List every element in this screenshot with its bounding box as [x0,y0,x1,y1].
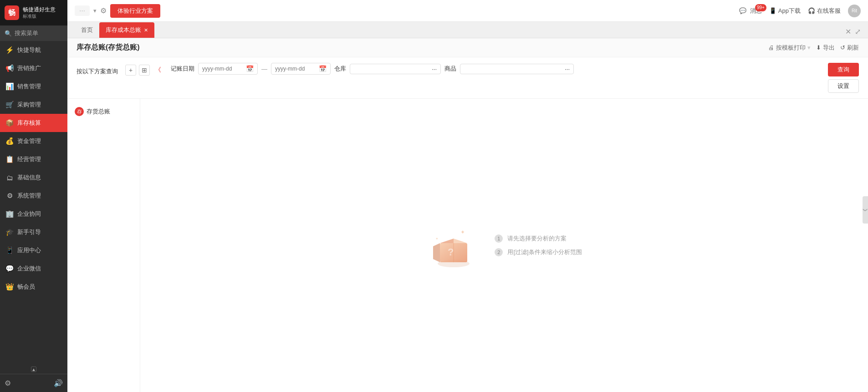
refresh-icon: ↺ [840,44,845,51]
message-button[interactable]: 💬 99+ 消息 [739,7,762,15]
newbie-icon: 🎓 [5,228,14,236]
date-end-field[interactable] [275,66,316,72]
sidebar-item-label: 企业协同 [17,210,41,218]
sidebar-item-vip[interactable]: 👑 畅会员 [0,278,67,296]
sidebar-item-quick-nav[interactable]: ⚡ 快捷导航 [0,41,67,59]
warehouse-input[interactable]: ··· [350,64,441,74]
svg-marker-3 [454,239,467,243]
sidebar-item-label: 资金管理 [17,137,41,145]
date-field-label: 记账日期 [171,65,194,73]
online-service-label: 在线客服 [817,7,841,15]
app-name: 畅捷通好生意 [23,6,56,14]
svg-marker-5 [433,243,440,262]
apps-icon: 📱 [5,246,14,255]
date-end-input[interactable]: 📅 [271,63,331,75]
warehouse-field-label: 仓库 [334,65,346,73]
sidebar-item-label: 营销推广 [17,64,41,72]
collapse-btn[interactable]: 《 [153,65,163,76]
empty-step-1: 1 请先选择要分析的方案 [495,234,582,243]
headset-icon: 🎧 [808,7,815,14]
sidebar-item-inventory[interactable]: 📦 库存核算 [0,114,67,132]
empty-illustration: ✦ ✦ ? [426,223,481,268]
sidebar-item-system[interactable]: ⚙ 系统管理 [0,187,67,205]
sidebar-item-label: 快捷导航 [17,46,41,54]
calendar-end-icon[interactable]: 📅 [319,65,327,72]
manage-scheme-btn[interactable]: ⊞ [139,65,150,76]
logo-icon: 畅 [5,5,19,20]
step1-text: 请先选择要分析的方案 [507,234,567,243]
sidebar-item-wechat[interactable]: 💬 企业微信 [0,260,67,278]
sidebar-search[interactable]: 🔍 搜索菜单 [0,25,67,41]
sidebar-scroll-up[interactable]: ▲ [31,367,36,372]
sidebar-item-operations[interactable]: 📋 经营管理 [0,150,67,168]
scheme-item-label: 存货总账 [87,107,110,116]
message-badge: 99+ [755,4,766,11]
gear-icon[interactable]: ⚙ [100,6,107,15]
sidebar-bottom: ⚙ 🔊 [0,374,67,392]
date-start-field[interactable] [202,66,243,72]
tab-home-label: 首页 [81,26,93,34]
step2-text: 用[过滤]条件来缩小分析范围 [507,248,582,256]
scheme-item-inventory-ledger[interactable]: 存 存货总账 [67,103,140,120]
page-content: 库存总账(存货总账) 🖨 按模板打印 ▾ ⬇ 导出 ↺ 刷新 [67,38,868,392]
refresh-label: 刷新 [847,44,859,52]
sidebar-item-enterprise[interactable]: 🏢 企业协同 [0,205,67,223]
settings-bottom-icon[interactable]: ⚙ [5,379,11,387]
sidebar-item-apps[interactable]: 📱 应用中心 [0,241,67,260]
wechat-icon: 💬 [5,265,14,273]
data-area: ✦ ✦ ? 1 请先选择要分析的方案 [140,99,868,392]
content-with-scheme: 存 存货总账 [67,99,868,392]
online-service-button[interactable]: 🎧 在线客服 [808,7,841,15]
tab-inventory-ledger[interactable]: 库存成本总账 ✕ [99,22,154,38]
close-panel-icon[interactable]: ✕ [845,27,851,36]
page-title: 库存总账(存货总账) [77,43,140,52]
query-button[interactable]: 查询 [828,63,859,76]
print-template-button[interactable]: 🖨 按模板打印 ▾ [768,44,811,52]
page-inner: 库存总账(存货总账) 🖨 按模板打印 ▾ ⬇ 导出 ↺ 刷新 [67,38,868,392]
goods-input[interactable]: ··· [460,64,574,74]
sidebar-item-funds[interactable]: 💰 资金管理 [0,132,67,150]
sidebar-item-label: 采购管理 [17,101,41,109]
empty-state: ✦ ✦ ? 1 请先选择要分析的方案 [426,223,582,268]
right-panel-indicator[interactable]: ❯ [863,196,868,224]
expand-icon[interactable]: ⤢ [855,27,861,36]
scheme-item-icon: 存 [75,107,84,116]
goods-field-label: 商品 [444,65,456,73]
chevron-down-icon[interactable]: ▾ [93,7,97,14]
tab-close-icon[interactable]: ✕ [144,27,148,33]
sound-icon[interactable]: 🔊 [54,379,63,387]
refresh-button[interactable]: ↺ 刷新 [840,44,859,52]
warehouse-more-icon[interactable]: ··· [432,66,437,72]
sidebar-item-basic-info[interactable]: 🗂 基础信息 [0,168,67,187]
sidebar-item-purchase[interactable]: 🛒 采购管理 [0,96,67,114]
goods-more-icon[interactable]: ··· [565,66,570,72]
svg-text:✦: ✦ [460,229,465,235]
add-scheme-btn[interactable]: + [125,65,136,76]
print-chevron-icon: ▾ [807,44,811,51]
topbar: ⋯ ▾ ⚙ 体验行业方案 💬 99+ 消息 📱 App下载 🎧 在线客服 Rit [67,0,868,22]
breadcrumb-text: ⋯ [79,7,85,14]
filter-row-date: 记账日期 📅 — 📅 仓库 ··· [171,63,821,75]
calendar-start-icon[interactable]: 📅 [246,65,254,72]
topbar-right: 💬 99+ 消息 📱 App下载 🎧 在线客服 Rit [739,5,861,17]
basic-info-icon: 🗂 [5,173,14,182]
sidebar-item-newbie[interactable]: 🎓 新手引导 [0,223,67,241]
sidebar-item-marketing[interactable]: 📢 营销推广 [0,59,67,77]
export-button[interactable]: ⬇ 导出 [816,44,835,52]
step1-num: 1 [495,234,503,243]
search-icon: 🔍 [5,30,12,37]
operations-icon: 📋 [5,155,14,163]
industry-btn[interactable]: 体验行业方案 [110,4,160,18]
svg-text:✦: ✦ [435,237,439,241]
sidebar-item-label: 新手引导 [17,228,41,236]
sidebar-item-sales[interactable]: 📊 销售管理 [0,77,67,96]
scheme-panel: 存 存货总账 [67,99,140,392]
date-start-input[interactable]: 📅 [198,63,258,75]
tab-home[interactable]: 首页 [75,22,99,38]
sidebar-item-label: 应用中心 [17,246,41,255]
export-label: 导出 [823,44,835,52]
settings-button[interactable]: 设置 [828,79,859,93]
avatar[interactable]: Rit [848,5,861,17]
enterprise-icon: 🏢 [5,210,14,218]
app-download-button[interactable]: 📱 App下载 [769,7,801,15]
